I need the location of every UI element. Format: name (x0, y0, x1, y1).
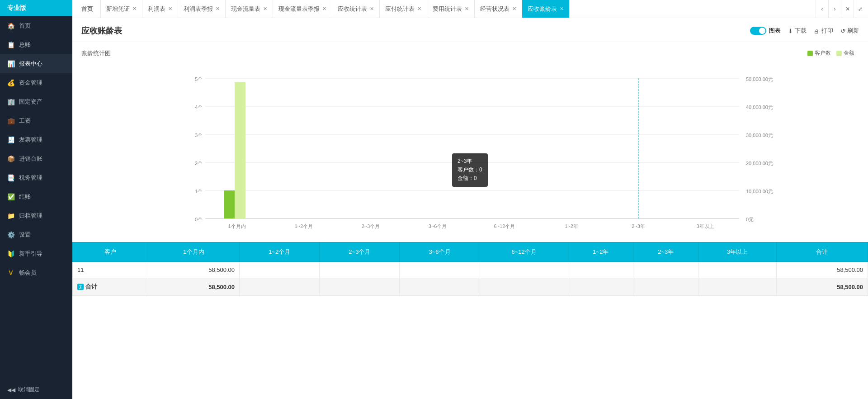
sidebar-item-assets[interactable]: 🏢 固定资产 (0, 92, 72, 111)
tab-voucher[interactable]: 新增凭证 ✕ (101, 0, 142, 18)
col-m612: 6~12个月 (480, 242, 568, 262)
tab-expense[interactable]: 费用统计表 ✕ (427, 0, 475, 18)
tab-ar-stat[interactable]: 应收统计表 ✕ (332, 0, 380, 18)
sidebar-item-stock[interactable]: 📦 进销台账 (0, 149, 72, 168)
close-icon[interactable]: ✕ (512, 6, 516, 12)
settle-icon: ✅ (7, 193, 14, 200)
print-button[interactable]: 🖨 打印 (814, 27, 833, 35)
tab-expand[interactable]: ⤢ (854, 0, 866, 18)
tab-cashflow[interactable]: 现金流量表 ✕ (226, 0, 273, 18)
tab-label: 应收统计表 (338, 5, 367, 13)
toggle-switch[interactable] (750, 27, 766, 35)
chart-svg: 0个 1个 2个 3个 4个 5个 0元 10,000.00元 20,000.0… (81, 63, 859, 235)
chart-toggle[interactable]: 图表 (750, 27, 781, 35)
tab-label: 现金流量表 (231, 5, 260, 13)
page-header: 应收账龄表 图表 ⬇ 下载 🖨 打印 ↺ 刷新 (72, 18, 868, 42)
tab-cashflow-q[interactable]: 现金流量表季报 ✕ (273, 0, 332, 18)
sidebar-item-invoice[interactable]: 🧾 发票管理 (0, 130, 72, 149)
sidebar-unpin-button[interactable]: ◀◀ 取消固定 (0, 380, 72, 399)
svg-text:1~2个月: 1~2个月 (295, 223, 313, 229)
sidebar-item-label: 总账 (19, 41, 31, 49)
cell-y12 (568, 262, 633, 278)
sidebar-item-label: 归档管理 (19, 212, 42, 220)
sidebar-item-salary[interactable]: 💼 工资 (0, 111, 72, 130)
close-icon[interactable]: ✕ (168, 6, 172, 12)
svg-text:50,000.00元: 50,000.00元 (746, 76, 773, 82)
tab-nav-prev[interactable]: ‹ (816, 0, 828, 18)
total-total: 58,500.00 (776, 278, 868, 296)
sidebar-item-archive[interactable]: 📁 归档管理 (0, 206, 72, 225)
bar-amount-1 (235, 82, 245, 218)
print-icon: 🖨 (814, 28, 820, 34)
tab-label: 经营状况表 (480, 5, 509, 13)
tab-close-all[interactable]: ✕ (841, 0, 854, 18)
tab-nav-controls: ‹ › ✕ ⤢ (816, 0, 866, 18)
sidebar-item-vip[interactable]: V 畅会员 (0, 263, 72, 282)
sidebar: 专业版 🏠 首页 📋 总账 📊 报表中心 💰 资金管理 🏢 固定资产 💼 工资 … (0, 0, 72, 399)
sidebar-item-label: 首页 (19, 22, 31, 30)
col-y23: 2~3年 (633, 242, 698, 262)
tab-ap-stat[interactable]: 应付统计表 ✕ (380, 0, 427, 18)
close-icon[interactable]: ✕ (417, 6, 421, 12)
tab-label: 应付统计表 (385, 5, 415, 13)
sidebar-item-guide[interactable]: 🔰 新手引导 (0, 244, 72, 263)
tab-home[interactable]: 首页 (74, 0, 101, 18)
svg-text:5个: 5个 (195, 76, 203, 82)
sidebar-item-label: 发票管理 (19, 136, 42, 144)
close-icon[interactable]: ✕ (216, 6, 220, 12)
home-icon: 🏠 (7, 22, 14, 29)
header-actions: 图表 ⬇ 下载 🖨 打印 ↺ 刷新 (750, 27, 859, 35)
tab-nav-next[interactable]: › (828, 0, 841, 18)
total-icon: ∑ (77, 284, 84, 290)
tax-icon: 📑 (7, 174, 14, 181)
sidebar-item-tax[interactable]: 📑 税务管理 (0, 168, 72, 187)
refresh-button[interactable]: ↺ 刷新 (840, 27, 859, 35)
cell-m612 (480, 262, 568, 278)
close-icon[interactable]: ✕ (132, 6, 137, 12)
page-content: 应收账龄表 图表 ⬇ 下载 🖨 打印 ↺ 刷新 (72, 18, 868, 399)
cell-m12 (240, 262, 320, 278)
legend-customer: 客户数 (807, 49, 831, 57)
tab-label: 应收账龄表 (528, 5, 557, 13)
close-icon[interactable]: ✕ (370, 6, 374, 12)
sidebar-item-funds[interactable]: 💰 资金管理 (0, 73, 72, 92)
close-icon[interactable]: ✕ (263, 6, 267, 12)
cell-m1: 58,500.00 (148, 262, 239, 278)
tab-profit-q[interactable]: 利润表季报 ✕ (178, 0, 226, 18)
close-icon[interactable]: ✕ (560, 6, 564, 12)
chart-legend: 客户数 金额 (807, 49, 854, 57)
table-total-row: ∑ 合计 58,500.00 58,500.00 (73, 278, 868, 296)
page-title: 应收账龄表 (81, 25, 750, 36)
col-y12: 1~2年 (568, 242, 633, 262)
cell-m36 (400, 262, 480, 278)
svg-text:2~3年: 2~3年 (632, 223, 645, 229)
close-icon[interactable]: ✕ (322, 6, 326, 12)
funds-icon: 💰 (7, 79, 14, 86)
download-button[interactable]: ⬇ 下载 (788, 27, 807, 35)
total-text: 合计 (85, 283, 97, 291)
unpin-label: 取消固定 (18, 386, 40, 394)
tab-bizstatus[interactable]: 经营状况表 ✕ (475, 0, 522, 18)
main-content: 首页 新增凭证 ✕ 利润表 ✕ 利润表季报 ✕ 现金流量表 ✕ 现金流量表季报 … (72, 0, 868, 399)
sidebar-item-settings[interactable]: ⚙️ 设置 (0, 225, 72, 244)
total-label-cell: ∑ 合计 (73, 278, 148, 296)
tab-profit[interactable]: 利润表 ✕ (142, 0, 178, 18)
sidebar-item-settle[interactable]: ✅ 结账 (0, 187, 72, 206)
tab-label: 费用统计表 (433, 5, 462, 13)
table-header-row: 客户 1个月内 1~2个月 2~3个月 3~6个月 6~12个月 1~2年 2~… (73, 242, 868, 262)
total-m23 (320, 278, 400, 296)
cell-total: 58,500.00 (776, 262, 868, 278)
sidebar-item-label: 设置 (19, 231, 31, 239)
toggle-label: 图表 (769, 27, 781, 35)
sidebar-item-home[interactable]: 🏠 首页 (0, 16, 72, 35)
sidebar-item-reports[interactable]: 📊 报表中心 (0, 54, 72, 73)
col-y3p: 3年以上 (698, 242, 777, 262)
close-icon[interactable]: ✕ (465, 6, 469, 12)
tab-ar-aging[interactable]: 应收账龄表 ✕ (522, 0, 570, 18)
total-m1: 58,500.00 (148, 278, 239, 296)
total-m12 (240, 278, 320, 296)
refresh-label: 刷新 (847, 27, 859, 35)
sidebar-item-ledger[interactable]: 📋 总账 (0, 35, 72, 54)
data-table: 客户 1个月内 1~2个月 2~3个月 3~6个月 6~12个月 1~2年 2~… (72, 242, 868, 296)
svg-text:20,000.00元: 20,000.00元 (746, 161, 773, 166)
